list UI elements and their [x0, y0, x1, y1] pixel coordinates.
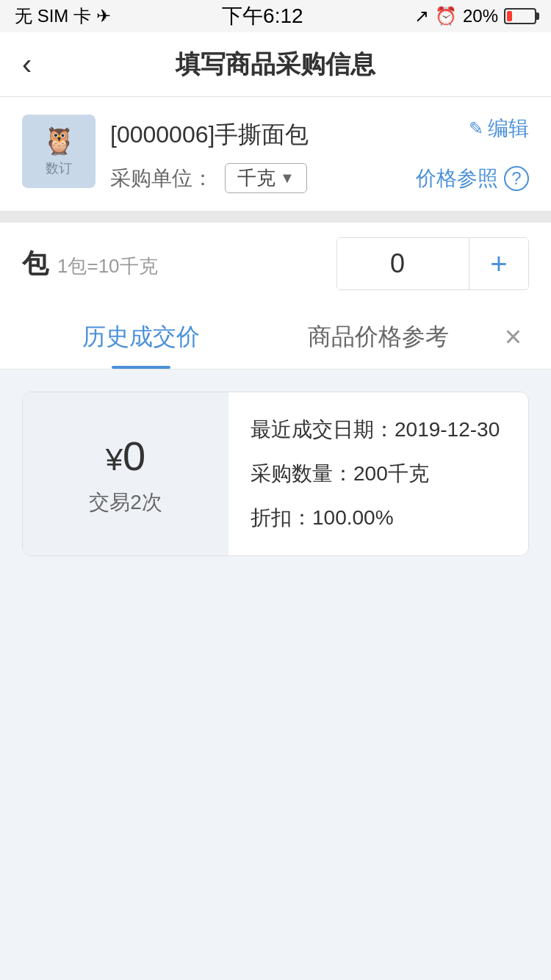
- close-button[interactable]: ×: [497, 320, 529, 353]
- product-left: 🦉 数订 [0000006]手撕面包 采购单位： 千克 ▼: [22, 115, 309, 193]
- price-ref-button[interactable]: 价格参照 ?: [416, 165, 529, 192]
- bottom-empty-area: [0, 578, 551, 980]
- section-divider: [0, 211, 551, 223]
- purchase-qty-label: 采购数量：: [251, 462, 353, 485]
- quantity-plus-button[interactable]: +: [469, 238, 528, 289]
- status-bar: 无 SIM 卡 ✈ 下午6:12 ↗ ⏰ 20%: [0, 0, 551, 32]
- price-card: ¥0 交易2次 最近成交日期：2019-12-30 采购数量：200千克 折扣：…: [22, 392, 529, 556]
- recent-date-value: 2019-12-30: [395, 418, 500, 441]
- tab-active-indicator: [112, 366, 170, 369]
- page-title: 填写商品采购信息: [176, 48, 375, 82]
- alarm-icon: ⏰: [435, 6, 457, 26]
- sim-wifi-status: 无 SIM 卡 ✈: [15, 4, 111, 28]
- location-icon: ↗: [414, 6, 429, 26]
- dropdown-arrow-icon: ▼: [280, 170, 295, 187]
- discount-value: 100.00%: [312, 506, 394, 529]
- purchase-qty-row: 采购数量：200千克: [251, 458, 506, 489]
- recent-date-row: 最近成交日期：2019-12-30: [251, 414, 506, 445]
- battery-icon: [504, 8, 536, 24]
- nav-bar: ‹ 填写商品采购信息: [0, 32, 551, 97]
- edit-button[interactable]: ✎ 编辑: [469, 115, 529, 143]
- tabs-section: 历史成交价 商品价格参考 × ¥0 交易2次 最近成交日期：2019-12-30…: [0, 305, 551, 980]
- discount-row: 折扣：100.00%: [251, 502, 506, 533]
- discount-label: 折扣：: [251, 506, 312, 529]
- status-left: 无 SIM 卡 ✈: [15, 4, 111, 28]
- price-value: 0: [123, 433, 145, 479]
- quantity-row: 包 1包=10千克 +: [0, 223, 551, 305]
- unit-selector[interactable]: 千克 ▼: [225, 163, 307, 193]
- currency-symbol: ¥: [106, 442, 123, 477]
- quantity-label: 包 1包=10千克: [22, 246, 158, 282]
- tab-history-price[interactable]: 历史成交价: [22, 305, 259, 369]
- product-name: [0000006]手撕面包: [110, 119, 309, 151]
- help-icon: ?: [504, 166, 529, 191]
- product-logo-text: 数订: [46, 159, 72, 177]
- price-amount: ¥0: [106, 432, 146, 480]
- recent-date-label: 最近成交日期：: [251, 418, 395, 441]
- unit-value: 千克: [237, 165, 276, 191]
- purchase-qty-value: 200千克: [353, 462, 429, 485]
- price-card-right: 最近成交日期：2019-12-30 采购数量：200千克 折扣：100.00%: [228, 392, 528, 555]
- unit-label: 采购单位：: [110, 165, 213, 192]
- product-unit-row: 采购单位： 千克 ▼: [110, 163, 309, 193]
- product-header: 🦉 数订 [0000006]手撕面包 采购单位： 千克 ▼ ✎ 编辑: [22, 115, 529, 193]
- back-button[interactable]: ‹: [22, 48, 32, 81]
- product-thumbnail: 🦉 数订: [22, 115, 96, 188]
- quantity-conversion: 1包=10千克: [57, 253, 158, 279]
- edit-label: 编辑: [488, 115, 529, 143]
- quantity-unit: 包: [22, 246, 48, 282]
- status-right: ↗ ⏰ 20%: [414, 6, 536, 26]
- status-time: 下午6:12: [222, 2, 303, 30]
- edit-icon: ✎: [469, 118, 483, 139]
- product-logo-icon: 🦉: [43, 126, 76, 156]
- battery-percent: 20%: [463, 6, 498, 26]
- price-card-left: ¥0 交易2次: [23, 392, 228, 555]
- quantity-input[interactable]: [337, 238, 469, 289]
- product-info: [0000006]手撕面包 采购单位： 千克 ▼: [110, 115, 309, 193]
- product-card: 🦉 数订 [0000006]手撕面包 采购单位： 千克 ▼ ✎ 编辑: [0, 97, 551, 211]
- quantity-control: +: [336, 237, 529, 290]
- price-ref-label: 价格参照: [416, 165, 498, 192]
- tabs-bar: 历史成交价 商品价格参考 ×: [0, 305, 551, 370]
- tab-price-ref[interactable]: 商品价格参考: [259, 305, 497, 369]
- price-card-section: ¥0 交易2次 最近成交日期：2019-12-30 采购数量：200千克 折扣：…: [0, 370, 551, 578]
- trade-count: 交易2次: [89, 489, 162, 516]
